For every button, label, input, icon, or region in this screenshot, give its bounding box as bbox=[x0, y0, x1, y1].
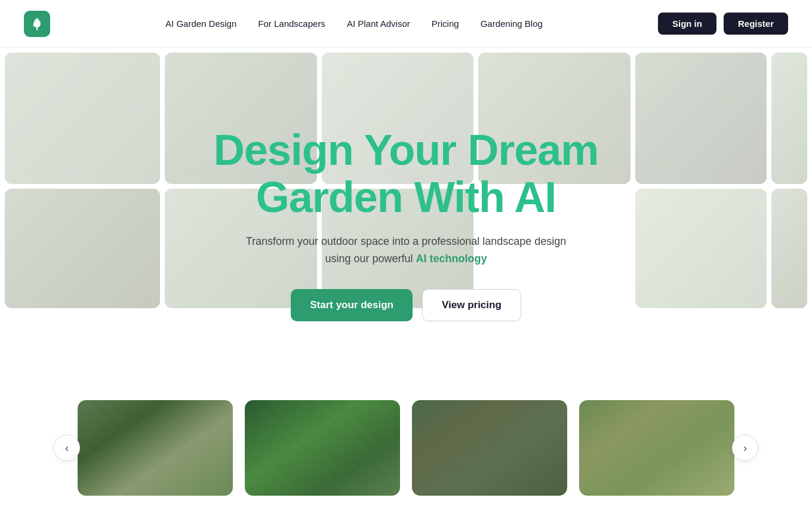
bg-image-1 bbox=[5, 53, 160, 184]
carousel-prev-button[interactable]: ‹ bbox=[54, 435, 80, 461]
carousel-card-3 bbox=[412, 400, 567, 496]
carousel-track bbox=[78, 400, 734, 496]
hero-title: Design Your Dream Garden With AI bbox=[214, 127, 599, 221]
bg-image-11 bbox=[771, 189, 807, 308]
carousel-card-2 bbox=[245, 400, 400, 496]
bg-image-7 bbox=[5, 189, 160, 308]
signin-button[interactable]: Sign in bbox=[658, 13, 716, 35]
carousel-next-button[interactable]: › bbox=[732, 435, 758, 461]
carousel-card-1 bbox=[78, 400, 233, 496]
start-design-button[interactable]: Start your design bbox=[291, 289, 413, 321]
hero-subtitle-text: Transform your outdoor space into a prof… bbox=[246, 235, 567, 265]
nav-for-landscapers[interactable]: For Landscapers bbox=[258, 19, 325, 29]
view-pricing-button[interactable]: View pricing bbox=[422, 289, 521, 321]
main-nav: AI Garden Design For Landscapers AI Plan… bbox=[0, 0, 812, 48]
nav-pricing[interactable]: Pricing bbox=[432, 19, 459, 29]
nav-buttons: Sign in Register bbox=[658, 13, 788, 35]
hero-content: Design Your Dream Garden With AI Transfo… bbox=[202, 91, 611, 345]
logo-icon bbox=[24, 11, 50, 37]
nav-links: AI Garden Design For Landscapers AI Plan… bbox=[165, 19, 543, 29]
carousel-section: ‹ › bbox=[0, 388, 812, 513]
nav-ai-garden-design[interactable]: AI Garden Design bbox=[165, 19, 236, 29]
nav-gardening-blog[interactable]: Gardening Blog bbox=[481, 19, 543, 29]
carousel-card-4 bbox=[579, 400, 734, 496]
nav-ai-plant-advisor[interactable]: AI Plant Advisor bbox=[347, 19, 410, 29]
bg-image-6 bbox=[771, 53, 807, 184]
hero-title-line2: Garden With AI bbox=[256, 173, 556, 221]
logo[interactable] bbox=[24, 11, 50, 37]
hero-subtitle: Transform your outdoor space into a prof… bbox=[233, 233, 579, 268]
bg-image-10 bbox=[635, 189, 767, 308]
hero-title-line1: Design Your Dream bbox=[214, 126, 599, 174]
hero-subtitle-link[interactable]: AI technology bbox=[416, 253, 487, 265]
bg-image-5 bbox=[635, 53, 767, 184]
register-button[interactable]: Register bbox=[724, 13, 788, 35]
hero-buttons: Start your design View pricing bbox=[214, 289, 599, 321]
hero-section: Design Your Dream Garden With AI Transfo… bbox=[0, 48, 812, 388]
svg-point-0 bbox=[33, 23, 36, 27]
